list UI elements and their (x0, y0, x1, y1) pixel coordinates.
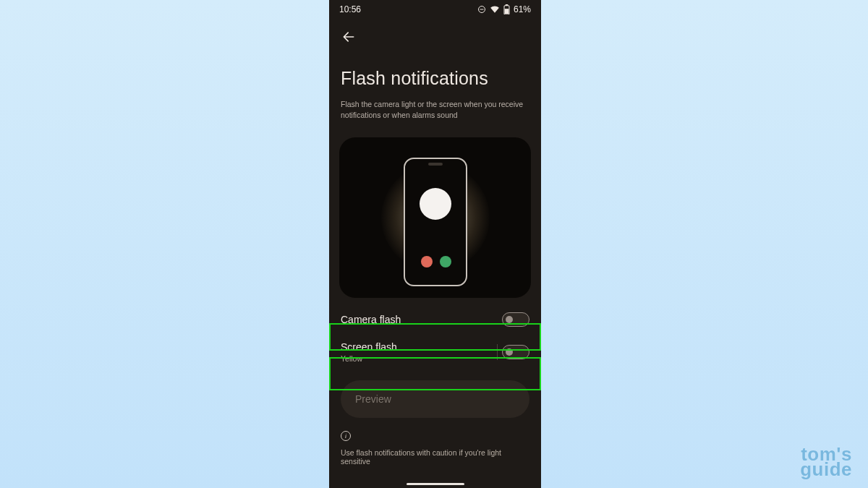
illustration-flash-dot (420, 188, 451, 220)
footer-section: i Use flash notifications with caution i… (329, 418, 541, 466)
back-button[interactable] (338, 26, 359, 48)
illustration-red-dot (421, 256, 433, 267)
info-icon: i (341, 431, 351, 441)
row-divider (497, 344, 498, 360)
status-indicators: 61% (477, 4, 531, 14)
wifi-icon (490, 5, 500, 14)
phone-frame: 10:56 61% Flash notifications Flash the … (329, 0, 541, 488)
setting-label: Camera flash (341, 314, 401, 325)
setting-label: Screen flash (341, 341, 397, 353)
setting-camera-flash[interactable]: Camera flash (329, 305, 541, 334)
page-subtitle: Flash the camera light or the screen whe… (341, 99, 529, 120)
camera-flash-toggle[interactable] (502, 312, 529, 327)
preview-section: Preview (329, 370, 541, 418)
app-bar (329, 17, 541, 48)
footer-caution: Use flash notifications with caution if … (341, 448, 529, 466)
toggle-knob (506, 348, 513, 356)
battery-percent: 61% (514, 4, 531, 14)
svg-rect-4 (505, 9, 509, 14)
watermark-logo: tom's guide (800, 447, 852, 476)
preview-button[interactable]: Preview (341, 380, 529, 418)
illustration-green-dot (440, 256, 451, 267)
setting-screen-flash[interactable]: Screen flash Yellow (329, 334, 541, 370)
gesture-bar (407, 483, 464, 485)
status-bar: 10:56 61% (329, 0, 541, 17)
title-block: Flash notifications Flash the camera lig… (329, 48, 541, 127)
page-title: Flash notifications (341, 68, 529, 89)
illustration-card (339, 137, 531, 298)
watermark-line2: guide (800, 462, 852, 476)
settings-list: Camera flash Screen flash Yellow (329, 305, 541, 370)
dnd-icon (477, 5, 486, 14)
status-time: 10:56 (339, 4, 361, 14)
setting-sublabel: Yellow (341, 354, 397, 363)
screen-flash-toggle[interactable] (502, 345, 529, 359)
toggle-knob (506, 316, 513, 323)
battery-icon (503, 4, 510, 14)
back-arrow-icon (341, 30, 356, 44)
illustration-phone (404, 158, 467, 286)
